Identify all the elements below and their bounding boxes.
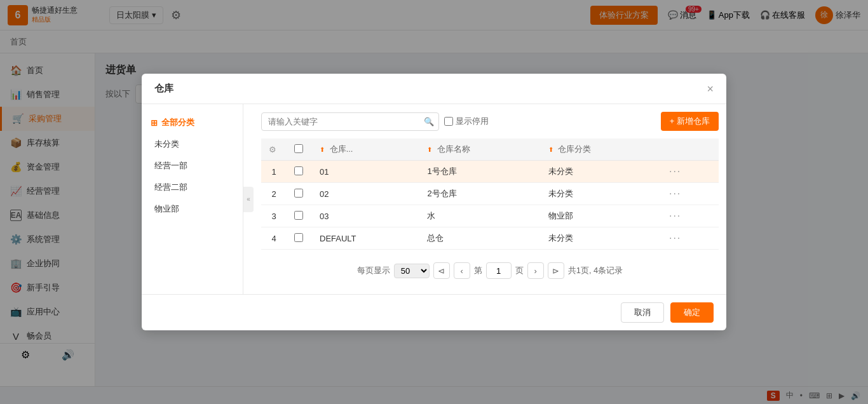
row-category: 未分类: [541, 183, 661, 205]
col-actions: [661, 138, 719, 161]
row-select-checkbox[interactable]: [294, 189, 303, 198]
table-gear-icon[interactable]: ⚙: [269, 145, 276, 154]
row-name: 1号仓库: [419, 161, 540, 183]
show-disabled-checkbox[interactable]: [444, 117, 453, 126]
dialog-header: 仓库 ×: [142, 74, 726, 104]
first-page-button[interactable]: ⊲: [433, 262, 450, 279]
table-body: 1 01 1号仓库 未分类 ··· 2 02 2号仓库 未分类 ··· 3 03…: [261, 161, 719, 250]
prev-page-button[interactable]: ‹: [454, 262, 470, 279]
col-category: ⬆ 仓库分类: [541, 138, 661, 161]
row-more-button[interactable]: ···: [669, 210, 681, 221]
table-header: ⚙ ⬆ 仓库... ⬆: [261, 138, 719, 161]
row-checkbox[interactable]: [287, 205, 312, 227]
dialog-close-button[interactable]: ×: [707, 83, 714, 95]
row-category: 物业部: [541, 205, 661, 227]
row-name: 总仓: [419, 227, 540, 250]
search-icon[interactable]: 🔍: [424, 117, 434, 126]
confirm-button[interactable]: 确定: [670, 302, 714, 323]
row-category: 未分类: [541, 161, 661, 183]
next-page-button[interactable]: ›: [527, 262, 544, 279]
search-input[interactable]: [261, 112, 439, 131]
row-name: 水: [419, 205, 540, 227]
row-num: 1: [261, 161, 287, 183]
category-property[interactable]: 物业部: [142, 198, 243, 220]
new-warehouse-button[interactable]: + 新增仓库: [661, 112, 719, 131]
collapse-panel-button[interactable]: «: [243, 187, 254, 212]
chevron-left-icon: «: [247, 196, 250, 203]
category-unclassified[interactable]: 未分类: [142, 133, 243, 155]
col-settings: ⚙: [261, 138, 287, 161]
row-actions: ···: [661, 205, 719, 227]
dialog-body: ⊞ 全部分类 未分类 经营一部 经营二部 物业部 «: [142, 104, 726, 294]
row-actions: ···: [661, 161, 719, 183]
table-row[interactable]: 4 DEFAULT 总仓 未分类 ···: [261, 227, 719, 250]
row-code: 02: [312, 183, 419, 205]
page-label: 第: [474, 265, 482, 276]
row-name: 2号仓库: [419, 183, 540, 205]
per-page-label: 每页显示: [357, 265, 390, 276]
page-unit: 页: [515, 265, 524, 276]
all-category-label: 全部分类: [161, 117, 194, 128]
row-select-checkbox[interactable]: [294, 233, 303, 242]
page-number-input[interactable]: [486, 262, 512, 279]
row-num: 4: [261, 227, 287, 250]
category-panel: ⊞ 全部分类 未分类 经营一部 经营二部 物业部: [142, 104, 243, 294]
row-code: 01: [312, 161, 419, 183]
content-panel: 🔍 显示停用 + 新增仓库 ⚙: [254, 104, 726, 294]
row-select-checkbox[interactable]: [294, 211, 303, 220]
dialog-overlay: 仓库 × ⊞ 全部分类 未分类 经营一部 经营二部: [0, 0, 868, 404]
row-more-button[interactable]: ···: [669, 188, 681, 199]
last-page-button[interactable]: ⊳: [548, 262, 564, 279]
row-checkbox[interactable]: [287, 183, 312, 205]
grid-icon: ⊞: [151, 118, 158, 128]
row-actions: ···: [661, 183, 719, 205]
pagination: 每页显示 50 20 100 ⊲ ‹ 第 页 › ⊳ 共1页, 4条记录: [261, 255, 719, 286]
show-disabled-label[interactable]: 显示停用: [444, 116, 489, 127]
col-checkbox: [287, 138, 312, 161]
table-row[interactable]: 3 03 水 物业部 ···: [261, 205, 719, 227]
category-dept1[interactable]: 经营一部: [142, 155, 243, 177]
col-name: ⬆ 仓库名称: [419, 138, 540, 161]
row-checkbox[interactable]: [287, 227, 312, 250]
row-category: 未分类: [541, 227, 661, 250]
row-more-button[interactable]: ···: [669, 232, 681, 243]
warehouse-table: ⚙ ⬆ 仓库... ⬆: [261, 138, 719, 250]
table-row[interactable]: 2 02 2号仓库 未分类 ···: [261, 183, 719, 205]
category-dept2[interactable]: 经营二部: [142, 177, 243, 198]
row-actions: ···: [661, 227, 719, 250]
select-all-checkbox[interactable]: [294, 144, 303, 153]
total-info: 共1页, 4条记录: [568, 265, 623, 276]
dialog-footer: 取消 确定: [142, 294, 726, 330]
per-page-select[interactable]: 50 20 100: [394, 264, 430, 278]
row-code: 03: [312, 205, 419, 227]
table-row[interactable]: 1 01 1号仓库 未分类 ···: [261, 161, 719, 183]
row-num: 2: [261, 183, 287, 205]
cancel-button[interactable]: 取消: [621, 302, 664, 323]
table-container: ⚙ ⬆ 仓库... ⬆: [261, 138, 719, 250]
row-checkbox[interactable]: [287, 161, 312, 183]
all-category-item[interactable]: ⊞ 全部分类: [142, 112, 243, 133]
row-num: 3: [261, 205, 287, 227]
search-input-wrap: 🔍: [261, 112, 439, 131]
col-code: ⬆ 仓库...: [312, 138, 419, 161]
warehouse-dialog: 仓库 × ⊞ 全部分类 未分类 经营一部 经营二部: [142, 74, 726, 330]
dialog-title: 仓库: [154, 83, 173, 95]
row-more-button[interactable]: ···: [669, 166, 681, 177]
row-select-checkbox[interactable]: [294, 166, 303, 175]
search-bar: 🔍 显示停用 + 新增仓库: [261, 112, 719, 131]
row-code: DEFAULT: [312, 227, 419, 250]
